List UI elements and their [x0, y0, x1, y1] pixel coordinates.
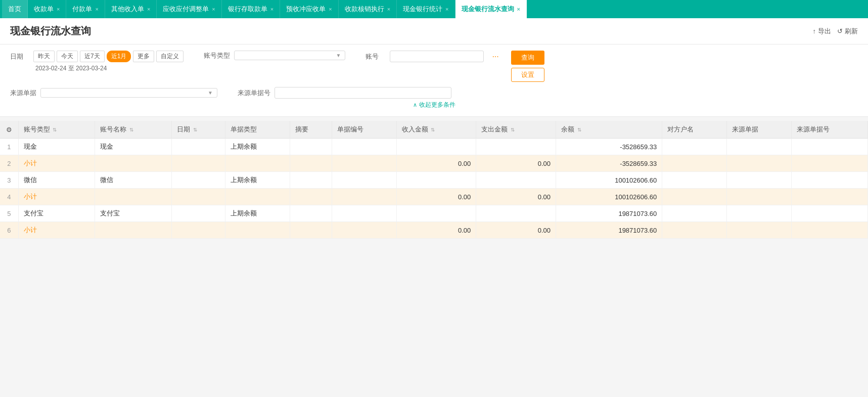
td-expense: 0.00 [476, 222, 556, 239]
table-row: 5支付宝支付宝上期余额19871073.60 [0, 205, 868, 222]
account-type-select[interactable]: ▼ [234, 51, 345, 60]
td-source_doc_no [792, 205, 868, 222]
source-doc-select[interactable]: ▼ [40, 88, 217, 98]
th-source-doc-no-label: 来源单据号 [797, 125, 830, 133]
nav-tab-prepay[interactable]: 预收冲应收单 × [280, 0, 338, 18]
date-options: 昨天 今天 近7天 近1月 更多 自定义 [33, 51, 184, 62]
account-type-dropdown-icon: ▼ [336, 53, 341, 58]
refresh-button[interactable]: ↺ 刷新 [837, 27, 858, 36]
th-date[interactable]: 日期 ⇅ [172, 121, 225, 139]
filter-area: 日期 昨天 今天 近7天 近1月 更多 自定义 2023-02-24 至 202… [0, 45, 868, 117]
td-doc_type [225, 222, 290, 239]
th-balance[interactable]: 余额 ⇅ [556, 121, 662, 139]
td-num: 3 [0, 172, 18, 189]
td-balance: -3528659.33 [556, 139, 662, 155]
nav-tab-receipt[interactable]: 收款单 × [28, 0, 66, 18]
td-num: 4 [0, 189, 18, 205]
td-income [396, 172, 476, 189]
refresh-icon: ↺ [837, 27, 843, 35]
th-summary: 摘要 [290, 121, 332, 139]
nav-tab-receipt-close[interactable]: × [57, 6, 60, 12]
nav-tab-payment-label: 付款单 [72, 5, 92, 14]
date-btn-today[interactable]: 今天 [57, 51, 78, 62]
nav-tab-ar-ap-adjust-close[interactable]: × [212, 6, 215, 12]
td-doc_no [332, 139, 396, 155]
th-account-type-label: 账号类型 [24, 125, 50, 133]
td-source_doc [727, 155, 792, 172]
nav-tab-bank-flow-label: 现金银行流水查询 [462, 5, 514, 14]
td-expense: 0.00 [476, 155, 556, 172]
refresh-label: 刷新 [845, 27, 858, 36]
td-doc_type [225, 189, 290, 205]
collapse-bar[interactable]: ∧ 收起更多条件 [10, 99, 858, 111]
query-button[interactable]: 查询 [511, 51, 544, 65]
nav-tab-bank-stat-close[interactable]: × [445, 6, 448, 12]
export-label: 导出 [818, 27, 831, 36]
settings-button[interactable]: 设置 [511, 68, 544, 82]
nav-tab-bank-deposit[interactable]: 银行存取款单 × [222, 0, 280, 18]
nav-tab-bank-stat-label: 现金银行统计 [403, 5, 442, 14]
date-btn-yesterday[interactable]: 昨天 [33, 51, 55, 62]
nav-tab-other-income-label: 其他收入单 [111, 5, 144, 14]
th-source-doc-label: 来源单据 [732, 125, 758, 133]
nav-tab-bank-flow[interactable]: 现金银行流水查询 × [455, 0, 527, 18]
td-counterpart [662, 222, 727, 239]
th-gear[interactable]: ⚙ [0, 121, 18, 139]
account-dots-button[interactable]: ··· [492, 52, 498, 61]
td-balance: 100102606.60 [556, 189, 662, 205]
td-doc_no [332, 189, 396, 205]
nav-tab-other-income[interactable]: 其他收入单 × [105, 0, 157, 18]
th-counterpart-label: 对方户名 [667, 125, 694, 133]
nav-tab-ar-ap-adjust[interactable]: 应收应付调整单 × [157, 0, 221, 18]
td-account_type: 小计 [18, 189, 95, 205]
td-summary [290, 205, 332, 222]
date-btn-7days[interactable]: 近7天 [80, 51, 105, 62]
th-expense-sort: ⇅ [511, 127, 515, 133]
nav-tab-prepay-close[interactable]: × [329, 6, 332, 12]
th-doc-no: 单据编号 [332, 121, 396, 139]
table-row: 4小计0.000.00100102606.60 [0, 189, 868, 205]
account-input-wrap [390, 51, 484, 62]
table-row: 1现金现金上期余额-3528659.33 [0, 139, 868, 155]
td-date [172, 222, 225, 239]
collapse-icon: ∧ [413, 102, 417, 108]
source-doc-dropdown-icon: ▼ [208, 90, 213, 96]
td-account_type: 小计 [18, 155, 95, 172]
table-row: 3微信微信上期余额100102606.60 [0, 172, 868, 189]
nav-tab-payment-close[interactable]: × [95, 6, 98, 12]
table-container: ⚙ 账号类型 ⇅ 账号名称 ⇅ 日期 ⇅ 单据类型 摘要 [0, 121, 868, 239]
source-doc-label: 来源单据 [10, 89, 36, 98]
date-btn-custom[interactable]: 自定义 [156, 51, 184, 62]
td-num: 6 [0, 222, 18, 239]
export-button[interactable]: ↑ 导出 [813, 27, 832, 36]
td-income: 0.00 [396, 189, 476, 205]
td-date [172, 155, 225, 172]
table-body: 1现金现金上期余额-3528659.332小计0.000.00-3528659.… [0, 139, 868, 239]
page-header: 现金银行流水查询 ↑ 导出 ↺ 刷新 [0, 18, 868, 45]
th-income[interactable]: 收入金额 ⇅ [396, 121, 476, 139]
account-input[interactable] [394, 53, 479, 60]
nav-tab-writeoff[interactable]: 收款核销执行 × [339, 0, 397, 18]
nav-tab-bank-stat[interactable]: 现金银行统计 × [397, 0, 455, 18]
td-doc_type: 上期余额 [225, 139, 290, 155]
source-doc-num-input[interactable] [279, 89, 447, 97]
th-account-type-sort: ⇅ [53, 127, 57, 133]
th-expense[interactable]: 支出金额 ⇅ [476, 121, 556, 139]
nav-tab-other-income-close[interactable]: × [147, 6, 150, 12]
date-btn-more[interactable]: 更多 [133, 51, 154, 62]
td-num: 2 [0, 155, 18, 172]
th-account-type[interactable]: 账号类型 ⇅ [18, 121, 95, 139]
td-date [172, 172, 225, 189]
nav-tab-home[interactable]: 首页 [2, 0, 28, 18]
th-account-name[interactable]: 账号名称 ⇅ [95, 121, 172, 139]
nav-tab-payment[interactable]: 付款单 × [66, 0, 105, 18]
nav-tab-writeoff-close[interactable]: × [387, 6, 390, 12]
td-account_type: 微信 [18, 172, 95, 189]
date-btn-1month[interactable]: 近1月 [107, 51, 131, 62]
td-num: 5 [0, 205, 18, 222]
td-doc_type [225, 155, 290, 172]
nav-tab-bank-flow-close[interactable]: × [517, 6, 520, 12]
th-account-name-sort: ⇅ [129, 127, 133, 133]
nav-tab-bank-deposit-close[interactable]: × [270, 6, 273, 12]
date-range: 2023-02-24 至 2023-03-24 [35, 64, 107, 73]
